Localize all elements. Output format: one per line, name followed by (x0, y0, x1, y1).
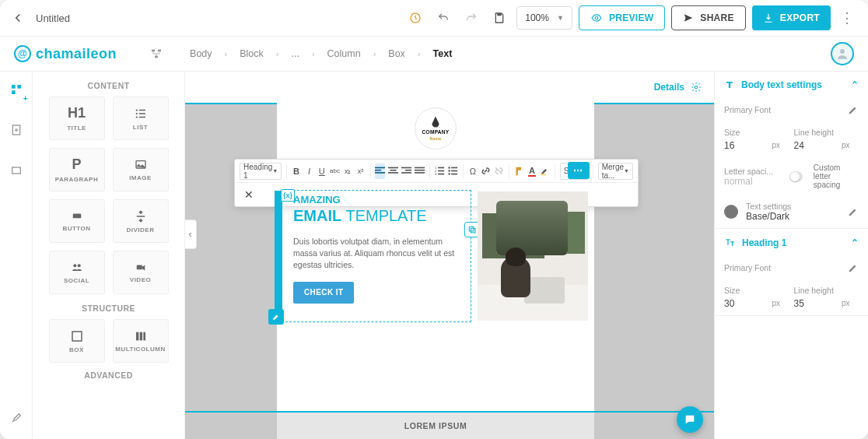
layout-icon[interactable] (6, 160, 26, 181)
card-box[interactable]: BOX (49, 319, 105, 363)
headline-large[interactable]: EMAIL TEMPLATE (293, 206, 464, 225)
rte-subscript-icon[interactable]: x₂ (343, 163, 352, 179)
rte-align-justify-icon[interactable] (415, 163, 425, 179)
canvas[interactable]: ‹ COMPANY Name Heading 1▼ B I (185, 103, 714, 439)
rte-clear-icon[interactable]: abc (330, 163, 340, 179)
crumb-body[interactable]: Body (190, 48, 212, 59)
history-icon[interactable] (404, 7, 426, 29)
svg-rect-49 (451, 170, 457, 172)
undo-icon[interactable] (432, 7, 454, 29)
rte-align-right-icon[interactable] (401, 163, 411, 179)
section-body-text[interactable]: Body text settings ⌃ (715, 72, 868, 98)
rte-merge-select[interactable]: Merge ta...▼ (598, 163, 633, 180)
row-text-settings[interactable]: Text settings Base/Dark (715, 195, 868, 228)
card-divider[interactable]: DIVIDER (113, 199, 169, 243)
color-swatch-icon[interactable] (724, 205, 738, 219)
rte-align-left-icon[interactable] (375, 163, 385, 179)
cta-button[interactable]: CHECK IT (293, 282, 354, 304)
section-heading1[interactable]: Heading 1 ⌃ (715, 229, 868, 256)
rte-superscript-icon[interactable]: x² (355, 163, 365, 179)
brand-logo[interactable]: @ chamaileon (14, 45, 117, 62)
block-actions-icon[interactable]: ⋯ (568, 162, 590, 179)
rte-align-center-icon[interactable] (388, 163, 398, 179)
rte-close-icon[interactable]: ✕ (240, 187, 255, 202)
rte-format-paint-icon[interactable] (514, 163, 524, 179)
email-frame[interactable]: COMPANY Name Heading 1▼ B I U abc x₂ (277, 103, 594, 413)
card-title[interactable]: H1TITLE (49, 97, 105, 140)
app-root: Untitled 100% ▼ PREVIEW SHARE EXPORT (0, 0, 868, 439)
overflow-menu-icon[interactable]: ⋮ (837, 9, 857, 26)
selected-text-block[interactable]: {x} AMAZING EMAIL TEMPLATE Duis lobortis… (282, 190, 471, 322)
rte-list-bullet-icon[interactable] (448, 163, 458, 179)
gear-icon[interactable] (691, 82, 702, 93)
svg-point-27 (695, 86, 698, 89)
hero-image[interactable] (478, 191, 588, 321)
svg-rect-30 (375, 172, 385, 174)
svg-rect-32 (390, 170, 397, 171)
rte-bold-icon[interactable]: B (292, 163, 301, 179)
body-size-input[interactable]: 16 (724, 140, 734, 151)
paragraph-text[interactable]: Duis lobortis volutpat diam, in elementu… (293, 236, 464, 272)
crumb-box[interactable]: Box (388, 48, 405, 59)
headline-small[interactable]: AMAZING (293, 194, 464, 206)
rte-italic-icon[interactable]: I (304, 163, 313, 179)
card-list[interactable]: LIST (113, 97, 169, 140)
card-social[interactable]: SOCIAL (49, 251, 105, 294)
svg-rect-11 (12, 167, 20, 174)
hierarchy-icon[interactable] (146, 44, 166, 64)
card-image[interactable]: IMAGE (113, 148, 169, 191)
blocks-panel-icon[interactable] (6, 79, 26, 100)
export-button[interactable]: EXPORT (752, 5, 831, 30)
preview-button[interactable]: PREVIEW (579, 5, 665, 30)
back-arrow-icon[interactable] (11, 11, 30, 25)
selection-handle[interactable] (275, 191, 282, 321)
user-avatar[interactable] (831, 42, 854, 65)
card-button[interactable]: BUTTON (49, 199, 105, 243)
tools-icon[interactable] (848, 262, 859, 273)
custom-letter-toggle[interactable] (789, 171, 803, 182)
tools-icon[interactable] (848, 206, 859, 217)
svg-rect-24 (136, 332, 138, 340)
rte-heading-select[interactable]: Heading 1▼ (240, 163, 282, 180)
svg-point-20 (73, 264, 76, 267)
crumb-more[interactable]: ... (291, 48, 299, 59)
rte-text-color-icon[interactable]: A (527, 163, 537, 179)
tools-icon[interactable] (848, 104, 859, 115)
email-footer[interactable]: LOREM IPSUM (277, 413, 594, 439)
crumb-block[interactable]: Block (240, 48, 264, 59)
rte-unlink-icon[interactable] (494, 163, 504, 179)
crumb-column[interactable]: Column (327, 48, 361, 59)
svg-rect-43 (438, 170, 444, 172)
canvas-bottom-guide (185, 411, 714, 413)
row-h-primary-font[interactable]: Primary Font (715, 256, 868, 279)
save-icon[interactable] (488, 7, 510, 29)
row-primary-font[interactable]: Primary Font (715, 98, 868, 121)
card-video[interactable]: VIDEO (113, 251, 169, 294)
edit-icon[interactable] (268, 309, 284, 325)
h1-lineheight-input[interactable]: 35 (794, 298, 804, 309)
new-page-icon[interactable] (6, 120, 26, 140)
card-paragraph[interactable]: PPARAGRAPH (49, 148, 105, 191)
h1-size-input[interactable]: 30 (724, 298, 734, 309)
rte-underline-icon[interactable]: U (317, 163, 327, 179)
redo-icon[interactable] (460, 7, 482, 29)
svg-rect-36 (401, 172, 411, 174)
rte-link-icon[interactable] (481, 163, 491, 179)
share-button[interactable]: SHARE (671, 5, 746, 30)
chevron-up-icon: ⌃ (851, 237, 859, 248)
rte-list-ordered-icon[interactable]: 123 (435, 163, 445, 179)
details-link[interactable]: Details (654, 82, 684, 93)
chat-fab-icon[interactable] (677, 406, 703, 433)
rte-special-char-icon[interactable]: Ω (468, 163, 478, 179)
zoom-select[interactable]: 100% ▼ (516, 6, 572, 30)
tools-icon[interactable] (6, 408, 26, 428)
canvas-wrap: Details ‹ COMPANY Name (185, 72, 714, 439)
document-title[interactable]: Untitled (36, 12, 70, 24)
collapse-sidebar-icon[interactable]: ‹ (185, 220, 197, 249)
body-lineheight-input[interactable]: 24 (794, 140, 804, 151)
rte-highlight-icon[interactable] (540, 163, 550, 179)
company-logo-badge[interactable]: COMPANY Name (415, 107, 457, 149)
card-multicolumn[interactable]: MULTICOLUMN (113, 319, 169, 363)
svg-rect-25 (139, 332, 142, 340)
svg-rect-19 (72, 213, 81, 218)
